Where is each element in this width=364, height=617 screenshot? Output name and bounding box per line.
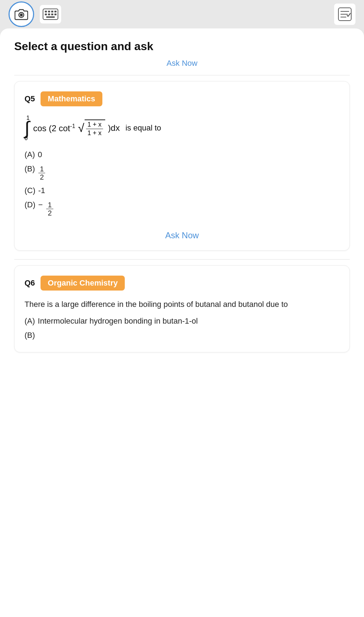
svg-rect-11 xyxy=(46,16,55,18)
divider-top xyxy=(14,75,350,75)
question-number-q5: Q5 xyxy=(25,94,35,103)
camera-icon xyxy=(15,8,28,20)
question-card-q6: Q6 Organic Chemistry There is a large di… xyxy=(14,265,350,352)
svg-rect-3 xyxy=(45,11,47,12)
option-b-label-q6: (B) xyxy=(25,331,35,340)
option-a-q6[interactable]: (A) Intermolecular hydrogen bonding in b… xyxy=(25,317,339,326)
svg-rect-8 xyxy=(48,14,50,15)
option-a-q5[interactable]: (A) 0 xyxy=(25,150,339,159)
option-b-q5[interactable]: (B) 1 2 xyxy=(25,164,339,181)
ask-now-button-q5[interactable]: Ask Now xyxy=(25,230,339,240)
dx-suffix: )dx xyxy=(108,123,120,133)
sqrt-expression: √ 1 + x 1 + x xyxy=(78,119,105,137)
svg-rect-6 xyxy=(54,11,57,12)
question-header-q5: Q5 Mathematics xyxy=(25,91,339,106)
integral-lower: 0 xyxy=(25,135,28,142)
subject-badge-q6: Organic Chemistry xyxy=(41,276,125,291)
math-formula-q5: 1 ∫ 0 cos (2 cot-1 √ 1 + x 1 + x )dx is … xyxy=(25,113,339,143)
question-card-q5: Q5 Mathematics 1 ∫ 0 cos (2 cot-1 √ 1 + … xyxy=(14,81,350,251)
top-bar-left xyxy=(9,1,61,27)
question-number-q6: Q6 xyxy=(25,278,35,288)
svg-rect-7 xyxy=(45,14,47,15)
checklist-button[interactable] xyxy=(334,4,355,25)
svg-rect-10 xyxy=(54,14,57,15)
option-c-q5[interactable]: (C) -1 xyxy=(25,186,339,195)
ask-now-top-link[interactable]: Ask Now xyxy=(14,59,350,68)
is-equal-to: is equal to xyxy=(125,123,161,133)
integral-symbol: ∫ xyxy=(25,120,30,137)
camera-button[interactable] xyxy=(9,1,34,27)
question-text-q6: There is a large difference in the boili… xyxy=(25,298,339,311)
subject-badge-q5: Mathematics xyxy=(41,91,102,106)
cos-expression: cos (2 cot-1 xyxy=(33,123,75,133)
checklist-icon xyxy=(338,7,352,21)
option-b-q6[interactable]: (B) xyxy=(25,331,339,340)
page-title: Select a question and ask xyxy=(14,40,350,53)
svg-rect-4 xyxy=(48,11,50,12)
option-a-text-q6: Intermolecular hydrogen bonding in butan… xyxy=(38,317,198,326)
divider-mid xyxy=(14,259,350,260)
question-header-q6: Q6 Organic Chemistry xyxy=(25,276,339,291)
keyboard-icon xyxy=(43,9,58,20)
keyboard-button[interactable] xyxy=(40,5,61,23)
main-card: Select a question and ask Ask Now Q5 Mat… xyxy=(0,28,364,617)
svg-point-1 xyxy=(20,14,23,16)
integral-upper: 1 xyxy=(26,115,30,121)
top-bar xyxy=(0,0,364,28)
svg-rect-9 xyxy=(51,14,53,15)
svg-rect-5 xyxy=(51,11,53,12)
option-d-q5[interactable]: (D) − 1 2 xyxy=(25,200,339,217)
